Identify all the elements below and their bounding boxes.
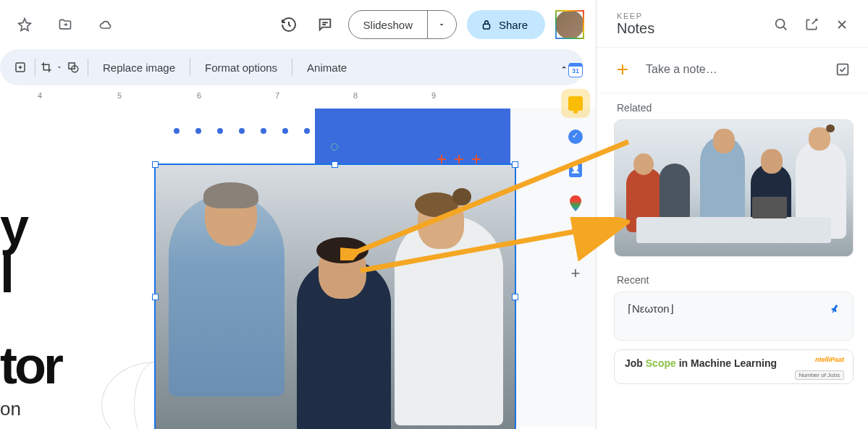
headline-frag: l xyxy=(0,250,61,298)
ruler-tick: 5 xyxy=(117,91,122,100)
lock-icon xyxy=(480,18,493,31)
replace-image-button[interactable]: Replace image xyxy=(93,57,185,78)
comment-icon[interactable] xyxy=(312,12,338,38)
take-note-row[interactable]: + Take a note… xyxy=(597,48,868,93)
history-icon[interactable] xyxy=(276,12,302,38)
divider xyxy=(88,59,88,76)
open-new-icon[interactable] xyxy=(803,16,820,33)
svg-rect-0 xyxy=(483,24,489,29)
resize-handle[interactable] xyxy=(512,294,518,300)
slide-headline: y l tor xyxy=(0,203,61,390)
mask-icon[interactable] xyxy=(63,57,83,77)
divider xyxy=(190,59,190,76)
avatar[interactable] xyxy=(555,10,584,39)
calendar-icon[interactable]: 31 xyxy=(567,61,584,79)
ml-card-logo: ntelliPaat xyxy=(815,356,844,363)
cloud-icon[interactable] xyxy=(93,12,119,38)
resize-handle[interactable] xyxy=(152,294,159,300)
resize-handle[interactable] xyxy=(152,161,159,168)
slideshow-button-group: Slideshow xyxy=(348,10,457,39)
take-note-placeholder: Take a note… xyxy=(646,63,822,76)
crop-icon[interactable] xyxy=(40,57,63,77)
recent-label: Recent xyxy=(597,266,868,292)
headline-frag: y xyxy=(0,203,61,250)
search-icon[interactable] xyxy=(772,16,790,33)
add-addon-icon[interactable]: + xyxy=(571,264,581,283)
ruler-tick: 7 xyxy=(275,91,279,100)
ml-card-button-label: Number of Jobs xyxy=(795,370,844,380)
tasks-icon[interactable] xyxy=(567,128,584,145)
animate-button[interactable]: Animate xyxy=(297,57,357,78)
divider xyxy=(292,59,292,76)
recent-note-card[interactable]: ⌈Νεωτon⌋ xyxy=(614,292,854,341)
share-label: Share xyxy=(499,19,528,31)
slide: y l tor on xyxy=(0,109,510,427)
decorative-dots xyxy=(174,128,310,134)
star-icon[interactable] xyxy=(12,12,38,38)
recent-note-text: ⌈Νεωτon⌋ xyxy=(628,302,828,315)
panel-header: KEEP Notes xyxy=(597,0,868,48)
contacts-icon[interactable] xyxy=(567,161,584,179)
slide-subtext: on xyxy=(0,398,21,420)
headline-frag: tor xyxy=(0,341,61,389)
plus-icon: + xyxy=(612,58,633,81)
keep-icon[interactable] xyxy=(567,95,584,112)
move-folder-icon[interactable] xyxy=(52,12,78,38)
svg-rect-7 xyxy=(838,64,848,75)
ruler-tick: 8 xyxy=(353,91,358,100)
slide-canvas[interactable]: y l tor on xyxy=(0,109,596,427)
divider xyxy=(35,59,35,76)
svg-point-6 xyxy=(776,19,785,27)
side-rail: 31 + xyxy=(557,61,594,283)
format-options-button[interactable]: Format options xyxy=(195,57,287,78)
circle-marker xyxy=(331,143,338,150)
top-right-actions: Slideshow Share xyxy=(276,10,584,39)
resize-handle[interactable] xyxy=(512,161,518,168)
pin-icon[interactable] xyxy=(826,300,844,318)
ruler-tick: 9 xyxy=(431,91,436,100)
maps-icon[interactable] xyxy=(567,195,584,212)
panel-title: Notes xyxy=(617,20,772,37)
recent-note-card-ml[interactable]: Job Scope in Machine Learning ntelliPaat… xyxy=(614,349,854,384)
add-box-icon[interactable] xyxy=(10,57,30,77)
related-note-card[interactable] xyxy=(614,119,854,257)
ml-card-title: Job Scope in Machine Learning xyxy=(625,357,843,369)
format-toolbar: Replace image Format options Animate xyxy=(0,49,584,85)
slideshow-button[interactable]: Slideshow xyxy=(349,11,427,38)
checklist-icon[interactable] xyxy=(835,61,851,77)
related-label: Related xyxy=(597,93,868,119)
ruler-tick: 4 xyxy=(38,91,42,100)
panel-brand: KEEP xyxy=(617,12,772,20)
selected-image[interactable] xyxy=(154,163,516,429)
top-toolbar: Slideshow Share xyxy=(0,0,596,49)
close-icon[interactable] xyxy=(833,16,851,33)
ruler: 4 5 6 7 8 9 xyxy=(0,88,596,104)
slideshow-dropdown[interactable] xyxy=(427,11,456,38)
share-button[interactable]: Share xyxy=(467,10,545,39)
doc-status-icons xyxy=(12,12,119,38)
keep-side-panel: KEEP Notes + Take a note… Related xyxy=(596,0,868,429)
resize-handle[interactable] xyxy=(332,161,338,168)
main-app-area: Slideshow Share Replace image xyxy=(0,0,596,429)
photo-content xyxy=(156,165,515,429)
ruler-tick: 6 xyxy=(197,91,201,100)
